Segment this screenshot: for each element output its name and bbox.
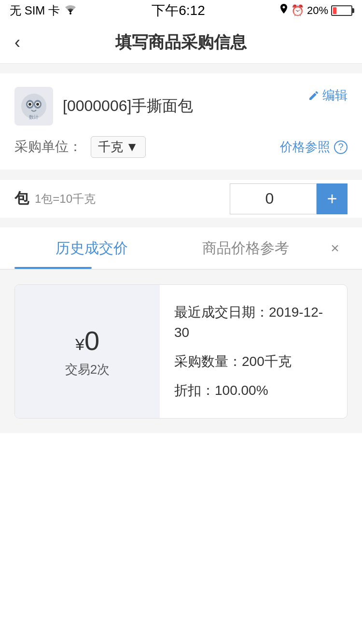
tab-history-label: 历史成交价 — [56, 238, 128, 258]
back-button[interactable]: ‹ — [14, 32, 20, 53]
history-card: ¥0 交易2次 最近成交日期：2019-12-30 采购数量：200千克 折扣：… — [14, 284, 348, 419]
pack-conversion: 1包=10千克 — [35, 191, 96, 207]
quantity-section: 包 1包=10千克 + — [0, 179, 362, 218]
edit-button[interactable]: 编辑 — [308, 87, 348, 104]
quantity-input[interactable] — [230, 183, 317, 214]
battery-icon — [331, 5, 352, 16]
help-icon: ? — [334, 140, 348, 154]
unit-label-group: 采购单位： 千克 ▼ — [14, 136, 146, 158]
status-time: 下午6:12 — [152, 1, 205, 20]
trade-count: 交易2次 — [65, 361, 110, 378]
purchase-qty-label: 采购数量： — [174, 354, 242, 369]
purchase-qty-row: 采购数量：200千克 — [174, 351, 333, 372]
product-logo: 数计 — [14, 87, 53, 126]
price-ref-label: 价格参照 — [280, 139, 330, 155]
pack-info: 包 1包=10千克 — [14, 189, 96, 209]
chevron-down-icon: ▼ — [126, 140, 139, 154]
history-section: ¥0 交易2次 最近成交日期：2019-12-30 采购数量：200千克 折扣：… — [0, 270, 362, 433]
recent-date-label: 最近成交日期： — [174, 305, 269, 320]
product-card: 数计 [0000006]手撕面包 编辑 采购单位： 千克 ▼ 价格参照 ? — [0, 73, 362, 169]
carrier-text: 无 SIM 卡 — [10, 3, 60, 18]
tab-price-ref-label: 商品价格参考 — [202, 238, 289, 258]
price-ref-button[interactable]: 价格参照 ? — [280, 139, 348, 155]
product-header: 数计 [0000006]手撕面包 编辑 — [14, 87, 348, 126]
pack-label: 包 — [14, 189, 29, 209]
purchase-qty-value: 200千克 — [242, 354, 292, 369]
price-value: 0 — [84, 325, 99, 356]
price-symbol: ¥ — [75, 335, 84, 353]
tab-price-ref[interactable]: 商品价格参考 — [168, 227, 322, 269]
page-title: 填写商品采购信息 — [115, 31, 247, 54]
bottom-fill — [0, 433, 362, 644]
tab-close-button[interactable]: × — [322, 236, 348, 261]
unit-label: 采购单位： — [14, 139, 82, 154]
svg-point-7 — [36, 103, 39, 106]
battery-percent: 20% — [307, 4, 328, 17]
quantity-plus-button[interactable]: + — [317, 183, 348, 214]
tab-bar: 历史成交价 商品价格参考 × — [0, 227, 362, 270]
location-icon — [279, 4, 288, 17]
svg-point-6 — [28, 103, 31, 106]
close-icon: × — [331, 240, 339, 256]
product-info: 数计 [0000006]手撕面包 — [14, 87, 193, 126]
price-display: ¥0 — [75, 325, 99, 356]
alarm-icon: ⏰ — [291, 4, 304, 17]
history-detail-column: 最近成交日期：2019-12-30 采购数量：200千克 折扣：100.00% — [160, 285, 347, 418]
status-left: 无 SIM 卡 — [10, 3, 77, 18]
unit-select[interactable]: 千克 ▼ — [91, 136, 146, 158]
recent-date-row: 最近成交日期：2019-12-30 — [174, 302, 333, 343]
discount-row: 折扣：100.00% — [174, 380, 333, 401]
edit-label: 编辑 — [322, 87, 348, 104]
nav-bar: ‹ 填写商品采购信息 — [0, 21, 362, 64]
status-right: ⏰ 20% — [279, 4, 352, 17]
wifi-icon — [64, 4, 77, 17]
history-price-column: ¥0 交易2次 — [15, 285, 160, 418]
tab-history-price[interactable]: 历史成交价 — [14, 227, 168, 269]
tab-active-underline — [14, 267, 92, 269]
quantity-control: + — [230, 183, 348, 214]
discount-label: 折扣： — [174, 383, 215, 398]
product-unit-row: 采购单位： 千克 ▼ 价格参照 ? — [14, 136, 348, 158]
product-name: [0000006]手撕面包 — [63, 96, 193, 117]
unit-value: 千克 — [98, 139, 123, 155]
svg-point-0 — [70, 13, 71, 14]
status-bar: 无 SIM 卡 下午6:12 ⏰ 20% — [0, 0, 362, 21]
discount-value: 100.00% — [215, 383, 268, 398]
svg-text:数计: 数计 — [29, 114, 39, 120]
